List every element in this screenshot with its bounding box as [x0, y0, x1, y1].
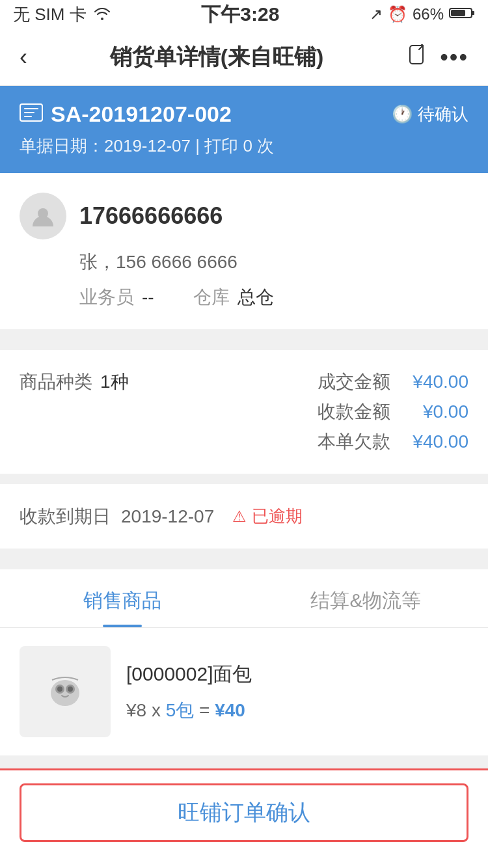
amounts-section: 成交金额 ¥40.00 收款金额 ¥0.00 本单欠款 ¥40.00: [312, 370, 468, 454]
nav-actions: •••: [406, 44, 468, 71]
amount-row-1: 收款金额 ¥0.00: [312, 400, 468, 424]
share-icon[interactable]: [406, 44, 427, 70]
warehouse-value: 总仓: [237, 285, 274, 310]
order-header: SA-20191207-002 🕐 待确认 单据日期：2019-12-07 | …: [0, 86, 488, 173]
tabs: 销售商品 结算&物流等: [0, 569, 488, 628]
bottom-bar: 旺铺订单确认: [0, 768, 488, 868]
battery-icon: [449, 5, 475, 23]
tab-sales[interactable]: 销售商品: [0, 569, 244, 627]
page-title: 销货单详情(来自旺铺): [110, 42, 324, 72]
product-card: [0000002]面包 ¥8 x 5包 = ¥40: [0, 628, 488, 755]
amount-row-0: 成交金额 ¥40.00: [312, 370, 468, 394]
equals-sign: =: [194, 700, 215, 720]
more-icon[interactable]: •••: [440, 44, 468, 71]
product-thumbnail: [20, 646, 111, 737]
price-total: ¥40: [215, 700, 245, 720]
no-sim-text: 无 SIM 卡: [13, 3, 87, 26]
due-date-value: 2019-12-07: [121, 506, 214, 527]
amount-label-1: 收款金额: [312, 400, 390, 424]
alarm-icon: ⏰: [388, 5, 407, 23]
svg-rect-2: [451, 10, 465, 16]
product-info: [0000002]面包 ¥8 x 5包 = ¥40: [126, 661, 468, 723]
status-left: 无 SIM 卡: [13, 3, 111, 26]
order-status: 🕐 待确认: [392, 103, 468, 126]
status-bar: 无 SIM 卡 下午3:28 ↗ ⏰ 66%: [0, 0, 488, 29]
summary-card: 商品种类 1种 成交金额 ¥40.00 收款金额 ¥0.00 本单欠款 ¥40.…: [0, 350, 488, 474]
due-date-card: 收款到期日 2019-12-07 ⚠ 已逾期: [0, 484, 488, 549]
amount-label-0: 成交金额: [312, 370, 390, 394]
overdue-badge: ⚠ 已逾期: [224, 502, 310, 530]
product-types-label: 商品种类: [20, 370, 92, 394]
warehouse-label: 仓库: [193, 285, 230, 310]
order-meta: 单据日期：2019-12-07 | 打印 0 次: [20, 135, 468, 157]
product-price: ¥8 x 5包 = ¥40: [126, 698, 468, 723]
status-text: 待确认: [418, 103, 468, 126]
order-number-row: SA-20191207-002: [20, 102, 232, 127]
customer-row: 17666666666: [20, 193, 468, 239]
amount-value-2: ¥40.00: [403, 431, 468, 452]
sales-rep-value: --: [142, 287, 154, 308]
status-right: ↗ ⏰ 66%: [370, 5, 475, 23]
customer-contact: 张，156 6666 6666: [79, 250, 468, 275]
avatar: [20, 193, 66, 239]
status-time: 下午3:28: [201, 1, 279, 28]
svg-point-8: [57, 686, 62, 692]
battery-text: 66%: [413, 5, 444, 23]
product-name: [0000002]面包: [126, 661, 468, 688]
amount-value-0: ¥40.00: [403, 372, 468, 392]
amount-row-2: 本单欠款 ¥40.00: [312, 429, 468, 454]
back-button[interactable]: ‹: [20, 44, 27, 71]
divider-2: [0, 549, 488, 559]
amount-value-1: ¥0.00: [403, 401, 468, 422]
customer-meta: 业务员 -- 仓库 总仓: [79, 285, 468, 310]
location-icon: ↗: [370, 5, 383, 23]
sales-rep-label: 业务员: [79, 285, 134, 310]
svg-point-5: [51, 680, 79, 706]
divider-1: [0, 340, 488, 350]
product-types: 商品种类 1种: [20, 370, 129, 394]
overdue-text: 已逾期: [252, 505, 303, 528]
product-types-value: 1种: [100, 370, 129, 394]
sales-rep-item: 业务员 --: [79, 285, 154, 310]
customer-phone: 17666666666: [79, 202, 223, 230]
svg-point-9: [68, 686, 73, 692]
customer-card: 17666666666 张，156 6666 6666 业务员 -- 仓库 总仓: [0, 173, 488, 329]
quantity: 5包: [166, 700, 195, 720]
wifi-icon: [93, 5, 111, 25]
price-formula: ¥8 x: [126, 700, 166, 720]
confirm-button[interactable]: 旺铺订单确认: [20, 783, 468, 842]
warning-icon: ⚠: [232, 508, 247, 526]
due-date-label: 收款到期日: [20, 504, 111, 529]
order-number-text: SA-20191207-002: [51, 102, 232, 127]
amount-label-2: 本单欠款: [312, 429, 390, 454]
svg-rect-1: [472, 11, 474, 15]
clock-icon: 🕐: [392, 104, 413, 124]
order-icon: [20, 102, 43, 127]
tab-settlement[interactable]: 结算&物流等: [244, 569, 488, 627]
warehouse-item: 仓库 总仓: [193, 285, 274, 310]
nav-bar: ‹ 销货单详情(来自旺铺) •••: [0, 29, 488, 86]
